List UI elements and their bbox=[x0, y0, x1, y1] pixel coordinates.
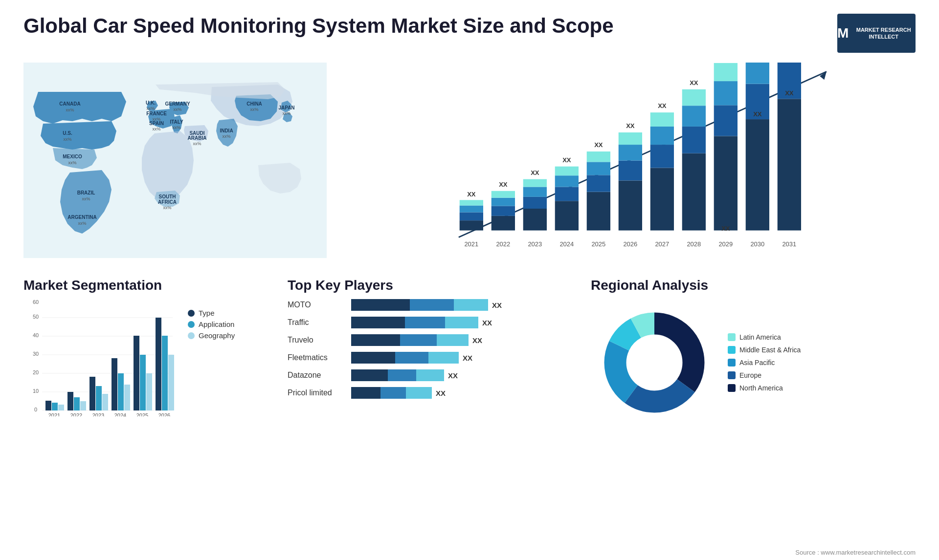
player-fleetmatics: Fleetmatics bbox=[288, 352, 341, 364]
svg-text:ITALY: ITALY bbox=[170, 119, 183, 125]
svg-text:xx%: xx% bbox=[78, 221, 86, 226]
bottom-grid: Market Segmentation 0 10 20 30 40 50 60 bbox=[0, 268, 939, 434]
legend-middle-east-label: Middle East & Africa bbox=[739, 346, 801, 354]
donut-area: Latin America Middle East & Africa Asia … bbox=[591, 299, 916, 426]
svg-rect-46 bbox=[523, 197, 547, 209]
svg-rect-123 bbox=[124, 385, 130, 410]
svg-rect-40 bbox=[492, 216, 515, 231]
segmentation-legend: Type Application Geography bbox=[188, 309, 235, 343]
legend-type-dot bbox=[188, 310, 195, 317]
svg-rect-112 bbox=[45, 401, 51, 410]
svg-text:XX: XX bbox=[753, 110, 762, 118]
player-bar-moto: XX bbox=[351, 299, 581, 311]
svg-rect-62 bbox=[619, 145, 642, 161]
segmentation-chart-svg: 0 10 20 30 40 50 60 bbox=[23, 299, 180, 416]
regional-title: Regional Analysis bbox=[591, 278, 916, 293]
svg-text:INDIA: INDIA bbox=[220, 128, 233, 133]
svg-rect-48 bbox=[523, 179, 547, 187]
legend-middle-east: Middle East & Africa bbox=[728, 346, 801, 354]
svg-text:40: 40 bbox=[33, 332, 39, 338]
svg-rect-116 bbox=[74, 397, 80, 410]
legend-type: Type bbox=[188, 309, 235, 317]
player-truvelo: Truvelo bbox=[288, 334, 341, 346]
legend-application-label: Application bbox=[199, 320, 234, 328]
svg-rect-73 bbox=[682, 89, 706, 106]
bar-chart-section: XX XX XX XX bbox=[336, 58, 916, 268]
svg-rect-53 bbox=[555, 167, 579, 176]
svg-text:xx%: xx% bbox=[152, 127, 160, 131]
svg-text:2027: 2027 bbox=[655, 240, 669, 248]
svg-text:2029: 2029 bbox=[718, 240, 733, 248]
svg-text:2026: 2026 bbox=[623, 240, 637, 248]
svg-text:xx%: xx% bbox=[282, 111, 291, 116]
svg-text:XX: XX bbox=[785, 89, 794, 97]
svg-rect-67 bbox=[650, 127, 674, 145]
svg-rect-70 bbox=[682, 153, 706, 231]
svg-text:BRAZIL: BRAZIL bbox=[77, 190, 95, 195]
svg-rect-84 bbox=[778, 99, 801, 230]
svg-text:50: 50 bbox=[33, 314, 39, 320]
players-grid: MOTO Traffic Truvelo Fleetmatics Datazon… bbox=[288, 299, 581, 399]
svg-text:60: 60 bbox=[33, 299, 39, 305]
svg-rect-55 bbox=[587, 192, 610, 231]
svg-text:xx%: xx% bbox=[173, 107, 181, 112]
svg-text:JAPAN: JAPAN bbox=[278, 105, 294, 110]
segmentation-section: Market Segmentation 0 10 20 30 40 50 60 bbox=[23, 278, 278, 426]
svg-rect-122 bbox=[118, 373, 124, 410]
logo-text: MARKET RESEARCH INTELLECT bbox=[851, 26, 916, 41]
legend-geography-label: Geography bbox=[199, 331, 235, 340]
svg-rect-80 bbox=[746, 119, 769, 231]
svg-text:XX: XX bbox=[467, 191, 476, 198]
svg-rect-60 bbox=[619, 180, 642, 230]
svg-text:SOUTH: SOUTH bbox=[159, 194, 176, 199]
svg-text:2026: 2026 bbox=[158, 412, 170, 416]
source-text: Source : www.marketresearchintellect.com bbox=[795, 549, 916, 556]
svg-text:XX: XX bbox=[658, 102, 667, 109]
svg-text:ARGENTINA: ARGENTINA bbox=[67, 215, 96, 220]
svg-rect-127 bbox=[156, 318, 161, 410]
svg-text:2028: 2028 bbox=[687, 240, 701, 248]
svg-rect-52 bbox=[555, 175, 579, 187]
world-map: CANADA xx% U.S. xx% MEXICO xx% BRAZIL xx… bbox=[23, 63, 327, 258]
svg-rect-61 bbox=[619, 161, 642, 181]
legend-latin-america: Latin America bbox=[728, 333, 801, 341]
svg-text:30: 30 bbox=[33, 351, 39, 357]
svg-rect-120 bbox=[102, 394, 108, 410]
svg-rect-36 bbox=[460, 212, 483, 220]
svg-text:2030: 2030 bbox=[750, 240, 764, 248]
svg-rect-75 bbox=[714, 136, 738, 230]
svg-text:CHINA: CHINA bbox=[246, 101, 262, 107]
svg-rect-118 bbox=[89, 377, 95, 410]
svg-rect-43 bbox=[492, 191, 515, 198]
svg-text:xx%: xx% bbox=[250, 107, 258, 112]
svg-text:XX: XX bbox=[594, 141, 603, 149]
players-section: Top Key Players MOTO Traffic Truvelo Fle… bbox=[288, 278, 581, 426]
donut-chart-svg bbox=[591, 299, 718, 426]
svg-rect-71 bbox=[682, 127, 706, 153]
svg-text:xx%: xx% bbox=[222, 134, 230, 139]
svg-text:2022: 2022 bbox=[70, 412, 82, 416]
svg-rect-35 bbox=[460, 220, 483, 230]
legend-europe-label: Europe bbox=[739, 371, 761, 379]
svg-text:2024: 2024 bbox=[559, 240, 574, 248]
svg-rect-58 bbox=[587, 151, 610, 162]
header: Global Car Speed Monitoring System Marke… bbox=[0, 0, 939, 58]
svg-rect-76 bbox=[714, 105, 738, 136]
svg-text:XX: XX bbox=[499, 181, 508, 188]
svg-text:XX: XX bbox=[690, 79, 698, 86]
svg-text:2023: 2023 bbox=[92, 412, 104, 416]
svg-text:10: 10 bbox=[33, 388, 39, 394]
svg-text:xx%: xx% bbox=[68, 160, 76, 165]
svg-rect-37 bbox=[460, 206, 483, 213]
svg-text:2025: 2025 bbox=[136, 412, 148, 416]
regional-section: Regional Analysis bbox=[591, 278, 916, 426]
player-bar-traffic: XX bbox=[351, 317, 581, 328]
svg-rect-119 bbox=[96, 386, 102, 410]
svg-text:2025: 2025 bbox=[591, 240, 605, 248]
svg-text:2021: 2021 bbox=[464, 240, 478, 248]
svg-text:CANADA: CANADA bbox=[59, 101, 80, 107]
svg-text:xx%: xx% bbox=[172, 125, 180, 130]
svg-text:GERMANY: GERMANY bbox=[165, 101, 190, 107]
legend-geography: Geography bbox=[188, 331, 235, 340]
player-bar-fleetmatics: XX bbox=[351, 352, 581, 364]
